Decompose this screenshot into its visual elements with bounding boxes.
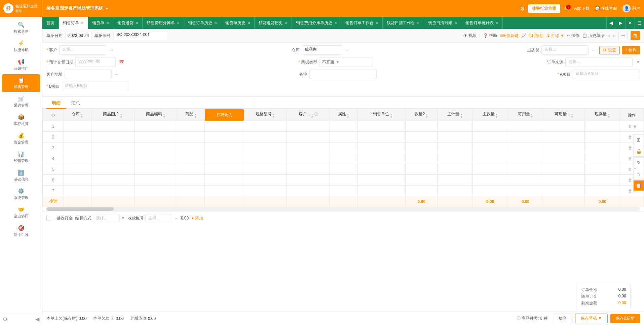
tabbar-tab-销售费用分摊单[interactable]: 销售费用分摊单✕ [143, 17, 184, 29]
add-material-btn[interactable]: + 物料 [622, 46, 640, 54]
sidebar-item-资金管理[interactable]: 💰资金管理 [2, 130, 40, 148]
tabbar-tab-销货单历史[interactable]: 销货单历史✕ [221, 17, 255, 29]
history-btn[interactable]: 📋 历史单据 [582, 33, 604, 39]
col-info-icon[interactable]: ⓘ [313, 112, 318, 116]
tab-close[interactable]: ✕ [214, 21, 217, 25]
save-draft-btn[interactable]: 保存草稿 ▼ [575, 314, 608, 323]
detail-tab-明细[interactable]: 明细 [46, 98, 66, 109]
list-view-btn[interactable]: ☰ [618, 31, 628, 40]
rt-btn-3[interactable]: ✎ [633, 157, 644, 168]
tab-close[interactable]: ✕ [496, 21, 498, 25]
sidebar-item-采购管理[interactable]: 🛒采购管理 [2, 93, 40, 111]
tab-close[interactable]: ✕ [454, 21, 457, 25]
system-dropdown-arrow[interactable]: ▼ [105, 7, 109, 10]
tab-close[interactable]: ✕ [334, 21, 337, 25]
row-delete-icon[interactable]: 🗑 [628, 124, 632, 129]
rt-btn-5[interactable]: 📋 [633, 180, 644, 191]
save-new-btn[interactable]: 保存&新增 [610, 314, 640, 323]
tab-next[interactable]: ▶ [616, 17, 625, 29]
help-btn[interactable]: ❓ 帮助 [483, 33, 497, 39]
row-delete-icon[interactable]: 🗑 [628, 135, 632, 139]
tab-close[interactable]: ✕ [177, 21, 180, 25]
customer-address-input[interactable] [65, 70, 112, 79]
settings-btn[interactable]: ⚙ 设置 [599, 46, 619, 54]
detail-tab-汇总[interactable]: 汇总 [66, 98, 85, 109]
tab-close[interactable]: ✕ [285, 21, 288, 25]
delivery-date-calendar-icon[interactable]: 📅 [119, 60, 124, 65]
tabbar-tab-销售订单历史[interactable]: 销售订单历史✕ [184, 17, 221, 29]
topbar-gear-icon[interactable]: ⚙ [520, 5, 525, 12]
account-dots[interactable]: ··· [175, 216, 178, 220]
col-header-扫码录入[interactable]: 扫码录入 [205, 109, 244, 121]
shortcut-btn[interactable]: ⌨ 快捷键 [500, 33, 519, 39]
customer-address-dots[interactable]: ··· [115, 72, 118, 77]
tabbar-tab-销售订单[interactable]: 销售订单✕ [59, 17, 88, 29]
one-click-checkbox[interactable] [46, 216, 51, 220]
sidebar-item-营销推广[interactable]: 📢营销推广 [2, 56, 40, 74]
view-btn[interactable]: 👁 视频 [463, 33, 477, 39]
row-delete-icon[interactable]: 🗑 [628, 146, 632, 150]
sidebar-item-企业协同[interactable]: 🤝企业协同 [2, 204, 40, 221]
sidebar-item-经营管理[interactable]: 📊经营管理 [2, 148, 40, 166]
rt-btn-2[interactable]: 🔒 [633, 146, 644, 157]
tab-close[interactable]: ✕ [136, 21, 138, 25]
notes-input[interactable] [309, 70, 377, 79]
tabbar-tab-钱货日清对账[interactable]: 钱货日清对账✕ [424, 17, 461, 29]
sidebar-item-销售管理[interactable]: 📋销售管理 [2, 74, 40, 92]
user-menu[interactable]: 👤 用户 [622, 4, 640, 12]
sidebar-item-库存核算[interactable]: 📦库存核算 [2, 111, 40, 129]
tab-close[interactable]: ✕ [417, 21, 420, 25]
tab-close[interactable]: ✕ [81, 21, 84, 25]
account-select[interactable]: 选择... [145, 214, 172, 222]
app-download-link[interactable]: App下载 [574, 6, 589, 11]
tabbar-tab-销售费用分摊单历史[interactable]: 销售费用分摊单历史✕ [292, 17, 341, 29]
row-delete-icon[interactable]: 🗑 [628, 167, 632, 172]
b-project-input[interactable]: 请输入B项目 [62, 82, 129, 91]
order-source-input[interactable]: 选择... [565, 57, 633, 67]
discard-btn[interactable]: 放弃 [553, 314, 572, 323]
tabbar-tab-销售订单统计表[interactable]: 销售订单统计表✕ [461, 17, 503, 29]
product-count-icon[interactable]: ⓘ [517, 316, 521, 321]
tabbar-tab-销货单[interactable]: 销货单✕ [88, 17, 113, 29]
sidebar-item-系统管理[interactable]: ⚙️系统管理 [2, 185, 40, 203]
tab-close[interactable]: ✕ [106, 21, 109, 25]
collapse-icon[interactable]: ◀ [35, 316, 39, 322]
add-btn[interactable]: ● 添加 [191, 215, 203, 221]
a-project-input[interactable]: 请输入A项目 [573, 70, 640, 79]
profit-preview-btn[interactable]: 📈 毛利预估 [521, 33, 543, 39]
col-settings-icon[interactable]: ⚙ [51, 113, 55, 118]
warehouse-input[interactable]: 成品库 [302, 45, 342, 55]
payment-method-select[interactable]: 选择... [93, 214, 120, 222]
tabbar-tab-首页[interactable]: 首页 [42, 17, 59, 29]
scroll-area[interactable] [46, 207, 640, 211]
tab-menu[interactable]: ☰ [635, 17, 644, 29]
tab-close[interactable]: ✕ [248, 21, 250, 25]
rt-btn-4[interactable]: ☆ [633, 169, 644, 179]
tab-prev[interactable]: ◀ [606, 17, 616, 29]
row-delete-icon[interactable]: 🗑 [628, 156, 632, 161]
tab-close[interactable]: ✕ [376, 21, 378, 25]
credit-info-icon[interactable]: ⓘ [111, 316, 114, 321]
salesperson-input[interactable]: 选择... [541, 45, 589, 55]
settings-icon[interactable]: ⚙ [3, 316, 7, 322]
invoice-type-select[interactable]: 不开票 ▼ [319, 57, 373, 67]
industry-btn[interactable]: 体验行业方案 [528, 4, 560, 13]
sidebar-item-新手引导[interactable]: 🎯新手引导 [2, 222, 40, 240]
customer-input[interactable]: 选择... [59, 45, 106, 55]
row-delete-icon[interactable]: 🗑 [628, 189, 632, 193]
tab-more[interactable]: ✕ [625, 17, 635, 29]
online-service-link[interactable]: 💬 在线客服 [595, 6, 617, 11]
rt-btn-1[interactable]: ⊞ [633, 134, 644, 145]
row-copy-icon[interactable]: ⊕ [633, 124, 637, 129]
tabbar-tab-销货退货历史[interactable]: 销货退货历史✕ [255, 17, 292, 29]
single-number-input[interactable]: SO-20230324-001 [113, 31, 167, 40]
grid-view-btn[interactable]: ⊞ [631, 31, 640, 40]
tabbar-tab-销货退货[interactable]: 销货退货✕ [113, 17, 143, 29]
print-btn[interactable]: 🖨 打印 ▼ [546, 33, 564, 39]
tabbar-tab-销售订单工作台[interactable]: 销售订单工作台✕ [341, 17, 383, 29]
notification-badge[interactable]: 🔔 9 [564, 6, 569, 11]
delivery-date-input[interactable]: yyyy-mm-dd [75, 57, 116, 67]
sidebar-item-快捷导航[interactable]: ⚡快捷导航 [2, 37, 40, 55]
row-delete-icon[interactable]: 🗑 [628, 178, 632, 182]
warehouse-dots[interactable]: ··· [345, 48, 349, 52]
